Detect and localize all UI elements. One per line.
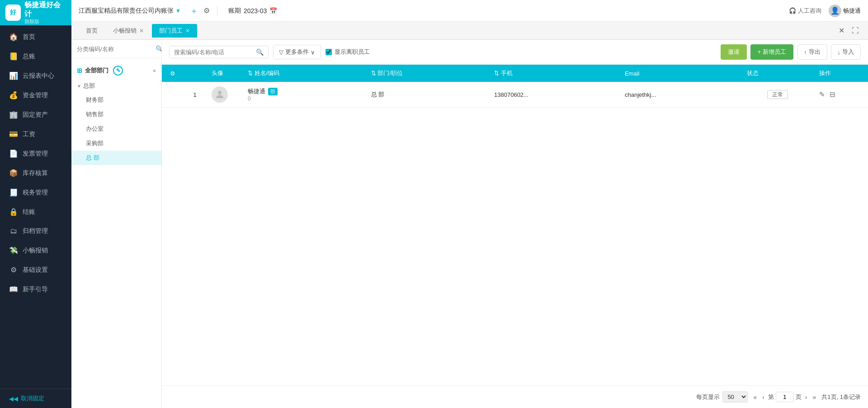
period-label: 账期	[228, 7, 241, 15]
dept-headquarters[interactable]: ▼ 总部	[71, 79, 161, 93]
reports-icon: 📊	[9, 71, 18, 80]
assets-icon: 🏢	[9, 110, 18, 119]
sidebar-item-funds[interactable]: 💰 资金管理	[0, 85, 71, 105]
dept-search-input[interactable]	[77, 46, 153, 52]
dept-search: 🔍	[71, 40, 161, 58]
period-value: 2023-03	[244, 7, 267, 14]
row-status: 正常	[741, 82, 814, 108]
row-actions: ✎ ⊟	[814, 82, 868, 108]
topbar: 江西服宝精品有限责任公司内账张 ▼ ＋ ⚙ 账期 2023-03 📅 🎧 人工咨…	[71, 0, 868, 22]
next-page-button[interactable]: ›	[803, 393, 809, 402]
tab-expand[interactable]: ⛶	[850, 24, 861, 37]
pagination: 每页显示 50 100 « ‹ 第 页 › » 共1页, 1条记录	[162, 385, 868, 408]
sidebar-item-tax[interactable]: 🧾 税务管理	[0, 183, 71, 202]
tab-expense-label: 小畅报销	[113, 27, 137, 35]
page-number-input[interactable]	[776, 392, 794, 402]
import-label: 导入	[842, 48, 854, 56]
col-status: 状态	[741, 65, 814, 82]
tab-expense[interactable]: 小畅报销 ✕	[106, 24, 151, 38]
dept-tree: ⊞ 全部部门 ✎ « ▼ 总部 财务部 销售部 办公室 采购部 总 部	[71, 58, 161, 408]
sidebar-item-home[interactable]: 🏠 首页	[0, 27, 71, 47]
company-selector[interactable]: 江西服宝精品有限责任公司内账张 ▼	[79, 7, 181, 15]
sidebar-item-label: 固定资产	[23, 111, 48, 119]
search-icon[interactable]: 🔍	[256, 48, 264, 56]
service-label: 人工咨询	[798, 7, 821, 15]
col-phone[interactable]: ⇅ 手机	[489, 65, 619, 82]
invite-button[interactable]: 邀请	[721, 44, 747, 60]
dept-sales[interactable]: 销售部	[71, 107, 161, 122]
unpin-button[interactable]: ◀◀ 取消固定	[0, 389, 71, 408]
sidebar-item-label: 基础设置	[23, 266, 48, 274]
settings-icon: ⚙	[9, 266, 18, 274]
page-indicator: 第	[768, 393, 774, 401]
sidebar-item-archive[interactable]: 🗂 归档管理	[0, 222, 71, 241]
sidebar-item-close[interactable]: 🔒 结账	[0, 202, 71, 222]
company-name: 江西服宝精品有限责任公司内账张	[79, 7, 174, 15]
headset-icon: 🎧	[789, 7, 796, 14]
tab-employees-close[interactable]: ✕	[185, 28, 190, 34]
sidebar-item-inventory[interactable]: 📦 库存核算	[0, 163, 71, 183]
row-index: 1	[184, 82, 206, 108]
sidebar-item-assets[interactable]: 🏢 固定资产	[0, 105, 71, 124]
show-resigned-checkbox[interactable]: 显示离职员工	[326, 48, 370, 56]
tax-icon: 🧾	[9, 188, 18, 197]
logout-button[interactable]: ⊟	[830, 90, 835, 99]
col-email: Email	[619, 65, 741, 82]
employee-search-input[interactable]	[174, 49, 253, 56]
sidebar-item-label: 库存核算	[23, 169, 48, 177]
user-menu[interactable]: 👤 畅捷通	[829, 5, 861, 17]
period-selector[interactable]: 账期 2023-03 📅	[228, 7, 277, 15]
sidebar-item-label: 总账	[23, 52, 35, 61]
tab-close-all[interactable]: ✕	[837, 24, 846, 37]
settings-gear-icon[interactable]: ⚙	[203, 6, 210, 15]
add-account-icon[interactable]: ＋	[190, 5, 198, 16]
import-button[interactable]: ↓ 导入	[831, 44, 861, 60]
left-panel: 🔍 ⊞ 全部部门 ✎ « ▼ 总部 财务部 销售部 办公室	[71, 40, 162, 408]
page-unit: 页	[796, 393, 802, 401]
dept-search-icon[interactable]: 🔍	[156, 45, 162, 52]
page-nav: « ‹ 第 页 › »	[751, 392, 818, 402]
tab-expense-close[interactable]: ✕	[139, 28, 144, 34]
sidebar-item-invoice[interactable]: 📄 发票管理	[0, 144, 71, 163]
invoice-icon: 📄	[9, 149, 18, 158]
sidebar-item-label: 税务管理	[23, 189, 48, 197]
dept-purchase[interactable]: 采购部	[71, 136, 161, 151]
sidebar-item-label: 资金管理	[23, 91, 48, 100]
sidebar-item-reports[interactable]: 📊 云报表中心	[0, 66, 71, 85]
sidebar-item-label: 新手引导	[23, 285, 48, 294]
sidebar-item-expense[interactable]: 💸 小畅报销	[0, 241, 71, 260]
filter-button[interactable]: ▽ 更多条件 ∨	[273, 45, 321, 59]
app-logo: 好 畅捷通好会计 旗舰版	[0, 0, 71, 25]
page-size-select[interactable]: 50 100	[722, 391, 748, 403]
prev-page-button[interactable]: ‹	[760, 393, 766, 402]
dept-edit-button[interactable]: ✎	[113, 66, 123, 76]
col-dept[interactable]: ⇅ 部门/职位	[366, 65, 489, 82]
col-actions: 操作	[814, 65, 868, 82]
sidebar-item-label: 工资	[23, 130, 35, 138]
col-name[interactable]: ⇅ 姓名/编码	[242, 65, 366, 82]
company-dropdown-icon: ▼	[175, 8, 181, 14]
col-gear[interactable]: ⚙	[162, 65, 184, 82]
sidebar-item-ledger[interactable]: 📒 总账	[0, 47, 71, 66]
sidebar-item-label: 首页	[23, 33, 35, 41]
sidebar-item-guide[interactable]: 📖 新手引导	[0, 280, 71, 299]
sidebar-item-settings[interactable]: ⚙ 基础设置	[0, 260, 71, 280]
last-page-button[interactable]: »	[811, 393, 818, 402]
dept-all[interactable]: ⊞ 全部部门 ✎ «	[71, 62, 161, 79]
show-resigned-input[interactable]	[326, 49, 332, 55]
dept-collapse-icon[interactable]: «	[153, 67, 156, 74]
edit-button[interactable]: ✎	[819, 90, 825, 99]
service-button[interactable]: 🎧 人工咨询	[789, 7, 821, 15]
first-page-button[interactable]: «	[751, 393, 759, 402]
tab-home[interactable]: 首页	[79, 24, 105, 38]
export-icon: ↑	[804, 49, 807, 56]
add-employee-button[interactable]: + 新增员工	[750, 44, 793, 60]
export-button[interactable]: ↑ 导出	[797, 44, 827, 60]
dept-finance[interactable]: 财务部	[71, 93, 161, 107]
sidebar-item-label: 小畅报销	[23, 247, 48, 255]
sidebar-item-payroll[interactable]: 💳 工资	[0, 124, 71, 144]
tab-employees[interactable]: 部门员工 ✕	[152, 24, 197, 38]
dept-office[interactable]: 办公室	[71, 122, 161, 136]
payroll-icon: 💳	[9, 130, 18, 138]
dept-general[interactable]: 总 部	[71, 151, 161, 165]
